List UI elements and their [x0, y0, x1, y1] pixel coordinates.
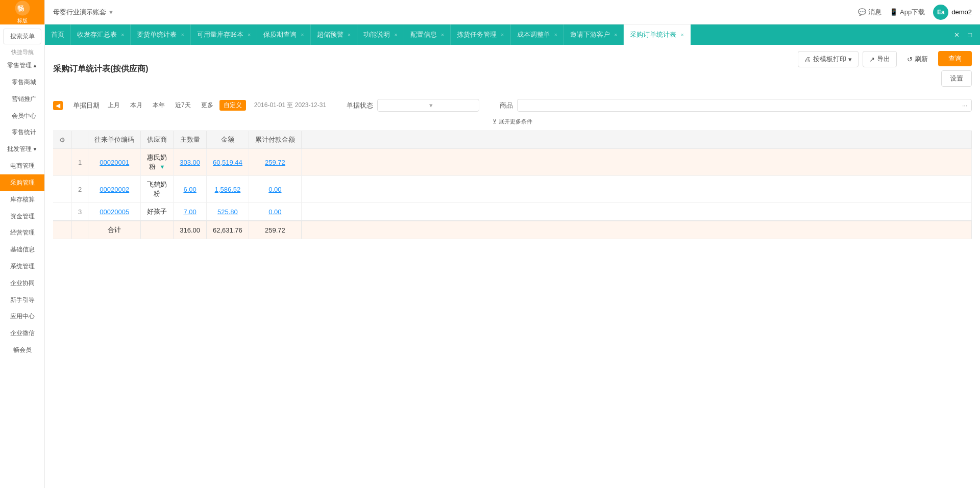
tab-invite-downstream[interactable]: 邀请下游客户 ×	[564, 24, 624, 45]
tab-available-inventory-close[interactable]: ×	[248, 32, 251, 38]
data-table: ⚙ 往来单位编码 供应商 主数量 金额 累计付款金额	[53, 131, 972, 239]
tab-purchase-order-stats-close[interactable]: ×	[680, 32, 683, 38]
sidebar-item-vip[interactable]: 畅会员	[0, 342, 44, 358]
date-custom-badge[interactable]: 自定义	[219, 100, 246, 111]
workspace-area: 母婴行业演示账套 ▼	[53, 8, 114, 17]
status-select[interactable]: ▾	[377, 99, 479, 112]
row-2-paid-amount-value[interactable]: 0.00	[268, 186, 281, 193]
refresh-button[interactable]: ↺ 刷新	[901, 52, 934, 67]
sidebar-item-retail-shop[interactable]: 零售商城	[0, 74, 44, 91]
tab-purchase-order-stats[interactable]: 采购订单统计表 ×	[624, 24, 690, 45]
sidebar-item-purchase[interactable]: 采购管理	[0, 174, 44, 191]
sidebar-item-retail-label: 零售管理	[7, 61, 32, 70]
date-this-year[interactable]: 本年	[149, 100, 169, 111]
row-2-amount-value[interactable]: 1,586.52	[215, 186, 241, 193]
tab-expiry-query[interactable]: 保质期查询 ×	[257, 24, 310, 45]
tab-receive-summary-close[interactable]: ×	[121, 32, 124, 38]
close-window-button[interactable]: ✕	[952, 29, 962, 41]
row-1-amount-value[interactable]: 60,519.44	[213, 159, 242, 166]
sidebar: 畅 标版 搜索菜单 快捷导航 零售管理 ▲ 零售商城 营销推广 会员中心 零售统…	[0, 0, 45, 488]
search-menu-button[interactable]: 搜索菜单	[3, 29, 41, 44]
tab-invite-downstream-close[interactable]: ×	[614, 32, 617, 38]
row-3-main-qty: 7.00	[174, 203, 207, 221]
row-3-main-qty-value[interactable]: 7.00	[183, 208, 196, 216]
col-header-extra	[301, 131, 971, 149]
settings-button[interactable]: 设置	[941, 70, 972, 87]
row-2-unit-code-link[interactable]: 00020002	[100, 186, 129, 193]
date-filter-label: 单据日期	[73, 101, 100, 110]
user-info[interactable]: Ea demo2	[933, 5, 972, 20]
row-3-paid-amount-value[interactable]: 0.00	[268, 208, 281, 216]
query-button[interactable]: 查询	[938, 51, 972, 66]
date-last-month[interactable]: 上月	[104, 100, 124, 111]
sidebar-item-retail-stats[interactable]: 零售统计	[0, 124, 44, 141]
date-this-month[interactable]: 本月	[126, 100, 146, 111]
row-1-paid-amount-value[interactable]: 259.72	[265, 159, 285, 166]
tab-pickup-task-close[interactable]: ×	[501, 32, 504, 38]
goods-more-icon[interactable]: ···	[962, 102, 967, 109]
row-1-expand-icon[interactable]: ▼	[160, 164, 165, 170]
sidebar-item-finance[interactable]: 资金管理	[0, 208, 44, 225]
tab-purchase-stats-close[interactable]: ×	[181, 32, 184, 38]
sidebar-item-inventory[interactable]: 库存核算	[0, 191, 44, 208]
goods-input-field[interactable]	[522, 101, 960, 109]
sidebar-item-basic[interactable]: 基础信息	[0, 241, 44, 258]
sidebar-item-retail[interactable]: 零售管理 ▲	[0, 57, 44, 74]
topbar-window-actions: ✕ □	[946, 29, 980, 41]
row-1-unit-code-link[interactable]: 00020001	[100, 159, 129, 166]
export-button[interactable]: ↗ 导出	[863, 51, 897, 67]
sidebar-item-member[interactable]: 会员中心	[0, 108, 44, 124]
tab-cost-adjust[interactable]: 成本调整单 ×	[511, 24, 564, 45]
sidebar-item-wechat[interactable]: 企业微信	[0, 325, 44, 342]
maximize-window-button[interactable]: □	[966, 29, 974, 41]
row-2-num: 2	[72, 176, 88, 203]
app-logo[interactable]: 畅 标版	[0, 0, 44, 24]
date-more[interactable]: 更多	[197, 100, 217, 111]
tab-expiry-query-close[interactable]: ×	[301, 32, 304, 38]
sidebar-item-system[interactable]: 系统管理	[0, 258, 44, 275]
table-body: 1 00020001 惠氏奶粉 ▼ 303.00	[53, 149, 972, 221]
row-2-main-qty-value[interactable]: 6.00	[183, 186, 196, 193]
sidebar-item-apps[interactable]: 应用中心	[0, 308, 44, 325]
row-3-settings	[53, 203, 72, 221]
workspace-selector[interactable]: 母婴行业演示账套 ▼	[53, 8, 114, 17]
sidebar-item-operations[interactable]: 经营管理	[0, 224, 44, 241]
refresh-label: 刷新	[915, 55, 928, 64]
tab-invite-downstream-label: 邀请下游客户	[570, 30, 610, 39]
row-3-unit-code-link[interactable]: 00020005	[100, 208, 129, 216]
tab-function-desc[interactable]: 功能说明 ×	[357, 24, 404, 45]
print-label: 按模板打印	[813, 55, 846, 64]
tab-overstock-warning-close[interactable]: ×	[348, 32, 351, 38]
tab-cost-adjust-close[interactable]: ×	[554, 32, 557, 38]
print-button[interactable]: 🖨 按模板打印 ▾	[798, 51, 859, 67]
tab-pickup-task[interactable]: 拣货任务管理 ×	[451, 24, 510, 45]
date-7days[interactable]: 近7天	[171, 100, 195, 111]
table-row: 2 00020002 飞鹤奶粉 6.00 1,586.52	[53, 176, 972, 203]
settings-gear-icon[interactable]: ⚙	[59, 136, 65, 144]
export-icon: ↗	[869, 56, 875, 63]
footer-extra	[301, 221, 971, 239]
row-3-amount-value[interactable]: 525.80	[217, 208, 238, 216]
app-download-button[interactable]: 📱 App下载	[890, 8, 925, 17]
tab-purchase-stats[interactable]: 要货单统计表 ×	[131, 24, 190, 45]
sidebar-item-collab[interactable]: 企业协同	[0, 275, 44, 292]
collapse-toggle[interactable]: ◀	[53, 101, 63, 110]
row-1-main-qty-value[interactable]: 303.00	[180, 159, 200, 166]
sidebar-item-batch[interactable]: 批发管理 ▼	[0, 141, 44, 158]
tab-config-info-close[interactable]: ×	[441, 32, 444, 38]
table-header: ⚙ 往来单位编码 供应商 主数量 金额 累计付款金额	[53, 131, 972, 149]
row-2-unit-code: 00020002	[88, 176, 141, 203]
sidebar-item-ecommerce[interactable]: 电商管理	[0, 158, 44, 174]
page: 采购订单统计表(按供应商) 🖨 按模板打印 ▾ ↗ 导出 ↺	[45, 45, 980, 488]
message-button[interactable]: 💬 消息	[858, 8, 881, 17]
tab-home[interactable]: 首页	[45, 24, 71, 45]
sidebar-item-marketing[interactable]: 营销推广	[0, 91, 44, 108]
expand-more-button[interactable]: ⊻ 展开更多条件	[493, 115, 532, 129]
sidebar-item-guide[interactable]: 新手引导	[0, 292, 44, 309]
tab-overstock-warning[interactable]: 超储预警 ×	[311, 24, 357, 45]
tab-receive-summary[interactable]: 收发存汇总表 ×	[71, 24, 131, 45]
tab-function-desc-close[interactable]: ×	[394, 32, 397, 38]
tab-config-info-label: 配置信息	[410, 30, 437, 39]
tab-config-info[interactable]: 配置信息 ×	[404, 24, 451, 45]
tab-available-inventory[interactable]: 可用量库存账本 ×	[191, 24, 257, 45]
